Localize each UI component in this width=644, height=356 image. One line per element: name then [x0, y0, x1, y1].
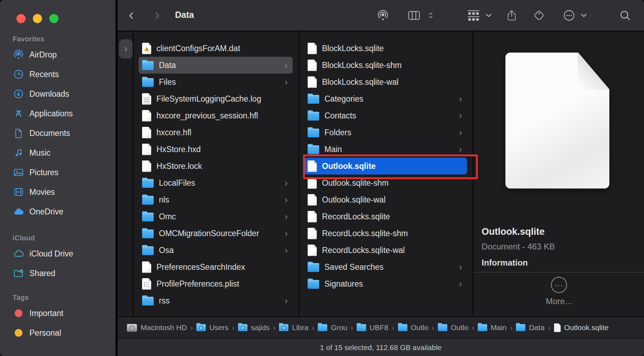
document-icon [554, 323, 561, 332]
vlc-cone-badge [145, 47, 149, 51]
folder-icon [478, 324, 487, 331]
path-item-libra[interactable]: Libra [279, 323, 308, 332]
path-item-main[interactable]: Main [478, 323, 507, 332]
document-icon [13, 128, 24, 138]
sidebar-item-applications[interactable]: Applications [0, 104, 115, 123]
more-button[interactable]: More... [546, 296, 572, 306]
file-name: Signatures [324, 279, 363, 289]
file-row-outlook-sqlite-wal[interactable]: Outlook.sqlite-wal [304, 191, 467, 208]
airdrop-toolbar-icon[interactable] [377, 9, 389, 21]
file-name: FileSystemLoggingCache.log [156, 94, 261, 104]
sidebar-item-airdrop[interactable]: AirDrop [0, 45, 115, 64]
file-row-rss[interactable]: rss› [139, 292, 293, 309]
file-row-preferencessearchindex[interactable]: PreferencesSearchIndex [139, 259, 293, 275]
file-row-signatures[interactable]: Signatures› [304, 275, 467, 292]
ellipsis-circle-icon[interactable]: … [551, 277, 567, 293]
tag-icon[interactable] [533, 9, 545, 21]
music-note-icon [13, 148, 24, 158]
file-row-categories[interactable]: Categories› [304, 90, 467, 107]
sidebar-item-personal[interactable]: Personal [0, 323, 115, 343]
sidebar-item-important[interactable]: Important [0, 303, 115, 323]
group-by-chevron-icon[interactable] [485, 12, 492, 19]
share-icon[interactable] [506, 9, 518, 21]
status-text: 1 of 15 selected, 112.68 GB available [320, 343, 442, 356]
folder-icon [142, 196, 154, 205]
close-window-button[interactable] [16, 14, 26, 23]
folder-icon [308, 280, 319, 289]
file-row-contacts[interactable]: Contacts› [304, 107, 467, 124]
file-row-recordlocks-sqlite-shm[interactable]: RecordLocks.sqlite-shm [304, 225, 467, 242]
file-row-blocklocks-sqlite-shm[interactable]: BlockLocks.sqlite-shm [304, 57, 467, 74]
more-chevron-icon[interactable] [581, 12, 587, 19]
file-row-osa[interactable]: Osa› [139, 242, 293, 259]
file-row-clientconfigsforam-dat[interactable]: clientConfigsForAM.dat [139, 40, 293, 57]
file-name: Outlook.sqlite-wal [322, 195, 386, 205]
sidebar-section-header-favorites: Favorites [0, 33, 115, 45]
sidebar-item-onedrive[interactable]: OneDrive [0, 202, 115, 221]
forward-button[interactable]: › [155, 5, 160, 25]
file-row-filesystemloggingcache-log[interactable]: FileSystemLoggingCache.log [139, 90, 293, 107]
column-view-icon[interactable] [408, 9, 421, 22]
file-row-blocklocks-sqlite-wal[interactable]: BlockLocks.sqlite-wal [304, 74, 467, 90]
file-row-blocklocks-sqlite[interactable]: BlockLocks.sqlite [304, 40, 467, 57]
file-row-hxcore-previous-session-hfl[interactable]: hxcore_previous_session.hfl [139, 107, 293, 124]
file-row-omc[interactable]: Omc› [139, 208, 293, 225]
group-by-icon[interactable] [467, 9, 480, 22]
hard-drive-icon [127, 324, 137, 332]
path-item-sajids[interactable]: sajids [238, 323, 270, 332]
file-name: Folders [324, 128, 351, 137]
sidebar-item-documents[interactable]: Documents [0, 123, 115, 143]
file-name: Outlook.sqlite [322, 162, 376, 171]
file-row-hxstore-hxd[interactable]: HxStore.hxd [139, 141, 293, 158]
file-row-profilepreferences-plist[interactable]: ProfilePreferences.plist [139, 275, 293, 292]
chevron-right-icon: › [285, 295, 289, 306]
view-updown-chevrons-icon[interactable] [427, 12, 434, 19]
file-row-recordlocks-sqlite[interactable]: RecordLocks.sqlite [304, 208, 467, 225]
search-icon[interactable] [620, 9, 631, 21]
file-row-outlook-sqlite-shm[interactable]: Outlook.sqlite-shm [304, 174, 467, 191]
tag-dot-icon [13, 328, 24, 338]
path-item-ubf8[interactable]: UBF8 [357, 323, 388, 332]
sidebar-item-downloads[interactable]: Downloads [0, 84, 115, 104]
file-row-hxstore-lock[interactable]: HxStore.lock [139, 158, 293, 174]
file-row-folders[interactable]: Folders› [304, 124, 467, 141]
file-row-saved-searches[interactable]: Saved Searches› [304, 259, 467, 275]
file-row-hxcore-hfl[interactable]: hxcore.hfl [139, 124, 293, 141]
document-icon [142, 144, 151, 155]
file-row-main[interactable]: Main› [304, 141, 467, 158]
sidebar-item-music[interactable]: Music [0, 143, 115, 163]
back-button[interactable]: ‹ [129, 5, 134, 25]
reveal-previous-column-button[interactable]: › [119, 39, 133, 59]
path-item-outlo[interactable]: Outlo [438, 323, 468, 332]
file-row-files[interactable]: Files› [139, 74, 293, 90]
file-row-nls[interactable]: nls› [139, 191, 293, 208]
file-row-data[interactable]: Data› [139, 57, 293, 74]
path-item-outlook-sqlite[interactable]: Outlook.sqlite [554, 323, 609, 332]
folder-icon [308, 95, 319, 104]
document-preview-icon [505, 53, 609, 189]
sidebar-item-pictures[interactable]: Pictures [0, 163, 115, 182]
sidebar-item-icloud-drive[interactable]: iCloud Drive [0, 244, 115, 263]
folder-icon [357, 324, 366, 331]
file-row-omcmigrationsourcefolder[interactable]: OMCMigrationSourceFolder› [139, 225, 293, 242]
sidebar-item-movies[interactable]: Movies [0, 182, 115, 202]
more-ellipsis-icon[interactable] [563, 9, 575, 21]
minimize-window-button[interactable] [33, 14, 42, 23]
folder-icon [318, 324, 327, 331]
path-item-outlo[interactable]: Outlo [398, 323, 428, 332]
file-row-recordlocks-sqlite-wal[interactable]: RecordLocks.sqlite-wal [304, 242, 467, 259]
path-item-data[interactable]: Data [516, 323, 544, 332]
folder-icon [142, 179, 154, 188]
sidebar-item-label: Downloads [29, 89, 69, 99]
file-row-outlook-sqlite[interactable]: Outlook.sqlite [304, 158, 467, 174]
path-separator: › [190, 323, 193, 332]
path-item-grou[interactable]: Grou [318, 323, 347, 332]
file-row-localfiles[interactable]: LocalFiles› [139, 174, 293, 191]
path-item-label: Main [491, 323, 507, 332]
document-icon [142, 43, 151, 54]
path-item-macintosh-hd[interactable]: Macintosh HD [127, 323, 187, 332]
path-item-users[interactable]: Users [196, 323, 229, 332]
sidebar-item-recents[interactable]: Recents [0, 64, 115, 84]
zoom-window-button[interactable] [49, 14, 58, 23]
sidebar-item-shared[interactable]: Shared [0, 263, 115, 283]
